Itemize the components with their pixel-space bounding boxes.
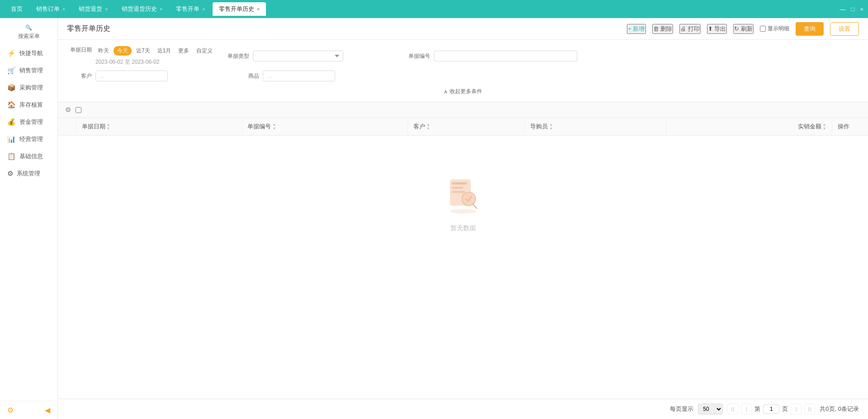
tab-label-sales-return-history: 销货退货历史 [122,5,157,13]
table-toolbar: ⚙ [58,102,868,118]
th-customer-sort[interactable]: 客户 ▲ ▼ [413,122,519,131]
th-number-label: 单据编号 [247,122,271,131]
number-filter-input[interactable] [434,51,577,61]
query-button[interactable]: 查询 [796,22,824,36]
table-container: ⚙ 单据日期 ▲ ▼ [58,102,868,399]
sidebar-search[interactable]: 🔍 搜索采单 [0,18,57,45]
sidebar-item-operations[interactable]: 📊 经营管理 [0,131,57,148]
page-nav: ⟨⟨ ⟨ 第 页 ⟩ ⟩⟩ [727,404,815,414]
first-page-button[interactable]: ⟨⟨ [727,404,738,414]
data-table: 单据日期 ▲ ▼ 单据编号 ▲ [58,118,868,136]
tab-home[interactable]: 首页 [5,2,29,16]
tab-retail-open[interactable]: 零售开单× [170,2,211,16]
next-page-button[interactable]: ⟩ [791,404,802,414]
top-tabbar: 首页销售订单×销货退货×销货退货历史×零售开单×零售开单历史× — □ × [0,0,868,18]
date-shortcuts: 昨天今天近7天近1月更多自定义 [95,46,215,56]
last-page-button[interactable]: ⟩⟩ [804,404,815,414]
th-salesperson-sort[interactable]: 导购员 ▲ ▼ [530,122,660,131]
sidebar-item-quick-nav[interactable]: ⚡ 快捷导航 [0,45,57,62]
tab-label-sales-return: 销货退货 [79,5,102,13]
product-filter-input[interactable]: … [263,71,335,81]
product-filter-label: 商品 [234,72,259,80]
sidebar-quick-nav-label: 快捷导航 [19,49,43,57]
th-action: 操作 [832,118,868,136]
collapse-sidebar-icon[interactable]: ◀ [45,406,50,414]
table-header: 单据日期 ▲ ▼ 单据编号 ▲ [58,118,868,136]
export-button[interactable]: ⬆ 导出 [707,24,727,34]
sidebar-label-sales: 销售管理 [19,66,43,75]
tab-sales-order[interactable]: 销售订单× [30,2,71,16]
date-shortcut-last_month[interactable]: 近1月 [155,46,174,56]
search-icon: 🔍 [25,24,32,31]
filter-row-2: 客户 … 商品 … [67,71,859,81]
date-shortcut-today[interactable]: 今天 [114,46,132,56]
tab-retail-open-history[interactable]: 零售开单历史× [213,2,266,16]
tab-close-retail-open-history[interactable]: × [257,6,260,12]
sidebar-item-finance[interactable]: 💰 资金管理 [0,113,57,131]
main-layout: 🔍 搜索采单 ⚡ 快捷导航 🛒 销售管理📦 采购管理🏠 库存核算💰 资金管理📊 … [0,18,868,419]
date-shortcut-yesterday[interactable]: 昨天 [95,46,112,56]
th-amount-sort[interactable]: 实销金额 ▲ ▼ [672,122,826,131]
per-page-select[interactable]: 50 10 20 100 [698,404,723,414]
tab-close-sales-return-history[interactable]: × [160,6,162,12]
content-area: 零售开单历史 + 新增 🗑 删除 🖨 打印 ⬆ 导出 ↻ 刷新 显示明细 查询 … [58,18,868,419]
type-filter-group: 单据类型 [224,51,396,61]
window-controls: — □ × [840,6,863,13]
settings-button[interactable]: 设置 [830,22,859,36]
date-filter-label: 单据日期 [67,46,92,54]
sidebar-menu: 🛒 销售管理📦 采购管理🏠 库存核算💰 资金管理📊 经营管理📋 基础信息⚙ 系统… [0,62,57,401]
date-filter-block: 昨天今天近7天近1月更多自定义 2023-06-02 至 2023-06-02 [95,46,215,66]
sidebar-label-inventory: 库存核算 [19,101,43,109]
sort-arrows-salesperson: ▲ ▼ [549,123,553,131]
page-actions: + 新增 🗑 删除 🖨 打印 ⬆ 导出 ↻ 刷新 显示明细 查询 设置 [627,22,859,36]
close-icon[interactable]: × [860,6,863,13]
empty-icon [441,172,486,217]
new-button[interactable]: + 新增 [627,24,645,34]
tab-close-retail-open[interactable]: × [202,6,205,12]
refresh-button[interactable]: ↻ 刷新 [733,24,754,34]
select-all-checkbox[interactable] [76,107,81,113]
page-label-post: 页 [782,405,788,413]
sidebar-label-basics: 基础信息 [19,152,43,160]
tab-sales-return[interactable]: 销货退货× [72,2,114,16]
type-filter-select[interactable] [253,51,343,61]
svg-rect-2 [452,182,467,184]
date-shortcut-last7[interactable]: 近7天 [133,46,153,56]
svg-rect-4 [452,191,465,193]
print-button[interactable]: 🖨 打印 [679,24,701,34]
sidebar-icon-purchase: 📦 [7,84,16,92]
display-detail-input[interactable] [760,26,766,32]
tab-label-sales-order: 销售订单 [36,5,60,13]
date-shortcut-custom[interactable]: 自定义 [194,46,215,56]
customer-filter-input[interactable]: … [95,71,168,81]
th-date: 单据日期 ▲ ▼ [76,118,242,136]
th-amount: 实销金额 ▲ ▼ [666,118,832,136]
display-detail-checkbox[interactable]: 显示明细 [760,25,789,33]
sidebar-item-system[interactable]: ⚙ 系统管理 [0,165,57,182]
delete-button[interactable]: 🗑 删除 [652,24,674,34]
th-number-sort[interactable]: 单据编号 ▲ ▼ [247,122,402,131]
tab-label-home: 首页 [11,5,23,13]
maximize-icon[interactable]: □ [851,6,855,13]
tab-close-sales-order[interactable]: × [62,6,65,12]
collapse-button[interactable]: ∧ 收起更多条件 [444,88,482,95]
tab-sales-return-history[interactable]: 销货退货历史× [115,2,169,16]
sidebar-item-purchase[interactable]: 📦 采购管理 [0,79,57,96]
minimize-icon[interactable]: — [840,6,846,13]
svg-point-0 [450,209,476,214]
prev-page-button[interactable]: ⟨ [741,404,752,414]
date-shortcut-more[interactable]: 更多 [175,46,192,56]
table-settings-icon[interactable]: ⚙ [65,106,71,114]
sidebar-item-inventory[interactable]: 🏠 库存核算 [0,96,57,113]
th-date-label: 单据日期 [82,122,105,131]
sidebar-item-sales[interactable]: 🛒 销售管理 [0,62,57,79]
type-filter-label: 单据类型 [224,52,249,60]
sidebar-icon-operations: 📊 [7,135,16,143]
tab-close-sales-return[interactable]: × [105,6,108,12]
th-date-sort[interactable]: 单据日期 ▲ ▼ [82,122,237,131]
settings-icon[interactable]: ⚙ [7,406,14,414]
page-title: 零售开单历史 [67,24,110,33]
sidebar-item-basics[interactable]: 📋 基础信息 [0,148,57,165]
page-input[interactable] [763,405,779,414]
sidebar-icon-basics: 📋 [7,152,16,160]
